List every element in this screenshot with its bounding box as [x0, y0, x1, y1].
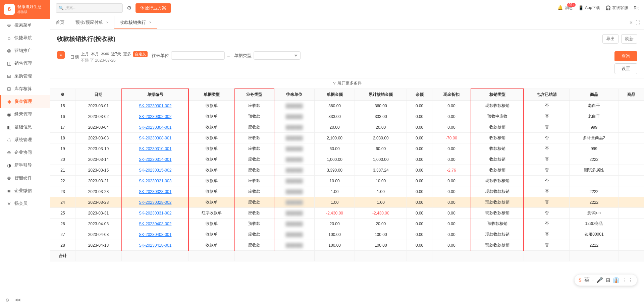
- notification-badge[interactable]: 🔔 消息 99+: [557, 5, 573, 11]
- expand-bar[interactable]: ∨ 展开更多条件: [50, 78, 644, 88]
- row-cancel-type: 预收中应收: [471, 111, 524, 122]
- sidebar-item-search[interactable]: ⊜搜索菜单: [0, 19, 50, 32]
- date-more[interactable]: 更多: [123, 51, 131, 57]
- logo-text: 畅康道好生意: [17, 4, 42, 10]
- row-goods: 999: [570, 143, 619, 154]
- app-download[interactable]: 📱 App下载: [578, 5, 600, 11]
- settings-icon[interactable]: ⚙: [5, 298, 9, 303]
- gear-icon[interactable]: ⚙: [127, 5, 131, 11]
- row-goods: 测试多属性: [570, 165, 619, 176]
- row-doc-no[interactable]: SK-20230310-001: [122, 143, 189, 154]
- filter-toggle-btn[interactable]: »: [57, 51, 65, 59]
- col-header-settings: ⚙: [50, 89, 75, 101]
- col-header-cancel_amount: 累计核销金额: [355, 89, 407, 101]
- row-num: 27: [50, 229, 75, 240]
- row-doc-no[interactable]: SK-20230315-002: [122, 165, 189, 176]
- sidebar-item-finance[interactable]: ◈资金管理: [0, 95, 50, 108]
- date-last-month[interactable]: 上月: [81, 51, 89, 57]
- solution-btn[interactable]: 体验行业方案: [136, 3, 171, 13]
- date-custom[interactable]: 自定义: [133, 51, 148, 57]
- tab-close-receipt[interactable]: ×: [149, 20, 152, 25]
- member-icon: V: [6, 201, 12, 206]
- row-cancel-amount: 100.00: [355, 229, 407, 240]
- row-num: 17: [50, 122, 75, 133]
- row-doc-no[interactable]: SK-20230418-001: [122, 240, 189, 251]
- sidebar-item-guide[interactable]: ◑新手引导: [0, 159, 50, 172]
- sidebar-item-hardware[interactable]: ⊗智能硬件: [0, 172, 50, 184]
- search-icon: ⊜: [6, 22, 12, 28]
- row-amount: -2,430.00: [315, 208, 355, 219]
- partner-input[interactable]: [171, 51, 225, 60]
- sidebar-item-enterprise[interactable]: ⊕企业协同: [0, 146, 50, 159]
- support[interactable]: 🎧 在线客服: [605, 5, 628, 11]
- row-cancel-amount: 100.00: [355, 240, 407, 251]
- row-doc-no[interactable]: SK-20230321-003: [122, 176, 189, 186]
- refresh-btn[interactable]: 刷新: [621, 34, 637, 44]
- row-doc-no[interactable]: SK-20230304-001: [122, 122, 189, 133]
- row-doc-type: 收款单: [189, 197, 234, 208]
- row-biz-type: 应收款: [235, 143, 274, 154]
- row-discount: 0.00: [432, 122, 471, 133]
- sidebar-item-inventory[interactable]: ⊞库存核算: [0, 82, 50, 95]
- row-doc-no[interactable]: SK-20230302-002: [122, 111, 189, 122]
- headset-icon: 🎧: [605, 5, 611, 10]
- close-all-icon[interactable]: ✕: [629, 20, 633, 25]
- search-bar[interactable]: 🔍 搜索...: [56, 3, 123, 13]
- sidebar-item-purchase[interactable]: ⊟采购管理: [0, 70, 50, 82]
- more-dots[interactable]: ...: [227, 53, 230, 58]
- widget-mic-icon[interactable]: 🎤: [596, 277, 603, 283]
- row-settled: 否: [524, 229, 569, 240]
- row-cancel-type: 现款收款核销: [471, 186, 524, 197]
- sidebar-item-quicknav[interactable]: ⌂快捷导航: [0, 32, 50, 44]
- purchase-icon: ⊟: [6, 73, 12, 79]
- floating-widget: S 英 · 🎤 ⊞ 👔 ⋮⋮: [574, 274, 637, 286]
- row-cancel-amount: -2,430.00: [355, 208, 407, 219]
- row-amount: 10.00: [315, 176, 355, 186]
- row-doc-no[interactable]: SK-20230403-002: [122, 219, 189, 229]
- row-biz-type: 应收款: [235, 122, 274, 133]
- sidebar-item-system[interactable]: ◌系统管理: [0, 133, 50, 146]
- widget-english-icon[interactable]: 英: [584, 277, 590, 284]
- page-title-bar: 收款核销执行(按收款) 导出 刷新: [50, 29, 644, 47]
- widget-dot-icon[interactable]: ·: [592, 277, 594, 283]
- sidebar-item-member[interactable]: V畅会员: [0, 197, 50, 210]
- sidebar-item-sales[interactable]: ◫销售管理: [0, 57, 50, 70]
- row-doc-no[interactable]: SK-20230314-001: [122, 154, 189, 165]
- row-doc-no[interactable]: SK-20230308-001: [122, 133, 189, 143]
- row-discount: -70.00: [432, 133, 471, 143]
- row-discount: 0.00: [432, 111, 471, 122]
- row-cancel-type: 收款核销: [471, 165, 524, 176]
- tab-close-prepay[interactable]: ×: [106, 20, 109, 25]
- row-doc-no[interactable]: SK-20230331-002: [122, 208, 189, 219]
- row-doc-no[interactable]: SK-20230328-001: [122, 186, 189, 197]
- tab-home[interactable]: 首页: [50, 16, 70, 29]
- collapse-icon[interactable]: ◀◀: [15, 298, 20, 303]
- row-doc-no[interactable]: SK-20230301-002: [122, 101, 189, 111]
- widget-shirt-icon[interactable]: 👔: [613, 277, 620, 283]
- row-partner: ██████: [274, 111, 315, 122]
- query-btn[interactable]: 查询: [614, 51, 637, 61]
- sidebar-item-basics[interactable]: ◧基础信息: [0, 121, 50, 133]
- doctype-select[interactable]: [254, 51, 301, 60]
- date-this-year[interactable]: 本年: [101, 51, 109, 57]
- system-icon: ◌: [6, 137, 12, 142]
- sidebar-item-marketing[interactable]: ◎营销推广: [0, 44, 50, 57]
- tab-receipt[interactable]: 收款核销执行×: [114, 16, 157, 29]
- enterprise-icon: ⊕: [6, 150, 12, 155]
- sidebar-item-wechat[interactable]: ◙企业微信: [0, 184, 50, 197]
- widget-grid-icon[interactable]: ⊞: [606, 277, 610, 283]
- export-btn[interactable]: 导出: [602, 34, 619, 44]
- row-doc-no[interactable]: SK-20230408-001: [122, 229, 189, 240]
- sidebar-item-operations[interactable]: ◉经营管理: [0, 108, 50, 121]
- date-7days[interactable]: 近7天: [111, 51, 121, 57]
- tab-prepay[interactable]: 预收/预应付单×: [70, 16, 114, 29]
- settings-btn[interactable]: 设置: [614, 63, 637, 74]
- user-avatar[interactable]: Rit: [634, 6, 639, 10]
- row-cancel-type: 现款收款核销: [471, 240, 524, 251]
- row-doc-type: 红字收款单: [189, 208, 234, 219]
- widget-apps-icon[interactable]: ⋮⋮: [622, 277, 633, 283]
- maximize-icon[interactable]: ⛶: [636, 20, 640, 25]
- date-this-month[interactable]: 本月: [91, 51, 99, 57]
- row-doc-no[interactable]: SK-20230328-002: [122, 197, 189, 208]
- row-goods2: [619, 133, 644, 143]
